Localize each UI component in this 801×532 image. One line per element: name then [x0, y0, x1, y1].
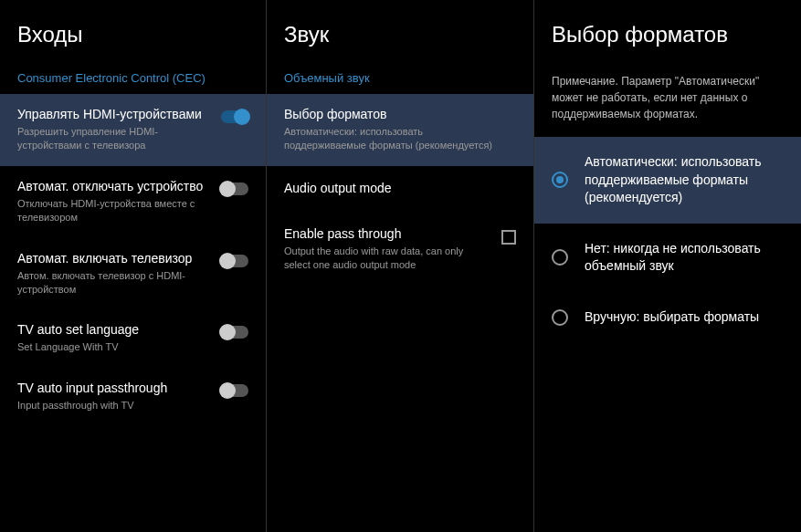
item-subtitle: Отключать HDMI-устройства вместе с телев… [17, 197, 212, 225]
item-content: Автомат. включать телевизор Автом. включ… [17, 251, 221, 297]
radio-icon [552, 249, 568, 266]
tv-auto-language-toggle[interactable] [221, 326, 248, 339]
inputs-column: Входы Consumer Electronic Control (CEC) … [0, 0, 267, 532]
item-title: Audio output mode [284, 181, 516, 195]
enable-passthrough-checkbox[interactable] [501, 230, 516, 245]
item-title: Выбор форматов [284, 107, 507, 121]
auto-off-device-toggle[interactable] [221, 183, 248, 195]
item-subtitle: Set Language With TV [17, 340, 212, 354]
format-auto-option[interactable]: Автоматически: использовать поддерживаем… [534, 137, 801, 224]
sound-column: Звук Объемный звук Выбор форматов Автома… [267, 0, 534, 532]
item-title: TV auto input passthrough [17, 381, 212, 395]
inputs-header: Входы [0, 0, 266, 62]
sound-title: Звук [284, 22, 516, 47]
enable-passthrough-item[interactable]: Enable pass through Output the audio wit… [267, 214, 533, 286]
auto-on-tv-toggle[interactable] [221, 255, 248, 267]
item-content: Управлять HDMI-устройствами Разрешить уп… [17, 107, 221, 153]
auto-off-device-item[interactable]: Автомат. отключать устройство Отключать … [0, 166, 266, 238]
sound-header: Звук [267, 0, 533, 62]
item-content: TV auto set language Set Language With T… [17, 322, 221, 354]
formats-column: Выбор форматов Примечание. Параметр "Авт… [534, 0, 801, 532]
item-content: Автомат. отключать устройство Отключать … [17, 179, 221, 225]
manage-hdmi-item[interactable]: Управлять HDMI-устройствами Разрешить уп… [0, 94, 266, 166]
item-title: Автомат. отключать устройство [17, 179, 212, 193]
item-content: Enable pass through Output the audio wit… [284, 226, 501, 273]
tv-auto-language-item[interactable]: TV auto set language Set Language With T… [0, 309, 266, 367]
radio-icon [552, 309, 568, 326]
radio-label: Автоматически: использовать поддерживаем… [585, 153, 784, 207]
format-none-option[interactable]: Нет: никогда не использовать объемный зв… [534, 224, 801, 292]
item-subtitle: Автоматически: использовать поддерживаем… [284, 125, 507, 153]
item-title: Автомат. включать телевизор [17, 251, 212, 266]
item-content: Выбор форматов Автоматически: использова… [284, 107, 516, 153]
formats-header: Выбор форматов [534, 0, 801, 62]
item-title: Управлять HDMI-устройствами [17, 107, 212, 121]
formats-title: Выбор форматов [552, 22, 784, 47]
formats-note: Примечание. Параметр "Автоматически" мож… [534, 62, 801, 137]
format-manual-option[interactable]: Вручную: выбирать форматы [534, 292, 801, 343]
tv-auto-input-passthrough-toggle[interactable] [221, 384, 248, 397]
item-subtitle: Output the audio with raw data, can only… [284, 245, 492, 273]
item-subtitle: Input passthrough with TV [17, 399, 212, 412]
item-subtitle: Автом. включать телевизор с HDMI-устройс… [17, 269, 212, 297]
radio-icon [552, 172, 568, 188]
tv-auto-input-passthrough-item[interactable]: TV auto input passthrough Input passthro… [0, 368, 266, 425]
radio-label: Вручную: выбирать форматы [585, 308, 759, 327]
radio-label: Нет: никогда не использовать объемный зв… [585, 240, 784, 276]
item-title: TV auto set language [17, 322, 212, 337]
item-subtitle: Разрешить управление HDMI-устройствами с… [17, 125, 212, 153]
manage-hdmi-toggle[interactable] [221, 110, 248, 123]
surround-section-label: Объемный звук [267, 62, 533, 94]
auto-on-tv-item[interactable]: Автомат. включать телевизор Автом. включ… [0, 238, 266, 310]
cec-section-label: Consumer Electronic Control (CEC) [0, 62, 266, 94]
format-selection-item[interactable]: Выбор форматов Автоматически: использова… [267, 94, 533, 166]
inputs-title: Входы [17, 22, 248, 47]
item-content: TV auto input passthrough Input passthro… [17, 381, 221, 412]
audio-output-mode-item[interactable]: Audio output mode [267, 166, 533, 214]
item-title: Enable pass through [284, 226, 492, 241]
